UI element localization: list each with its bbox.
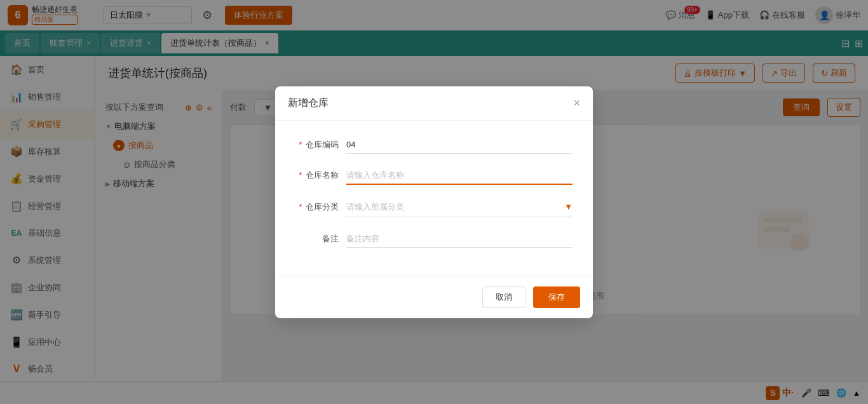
new-warehouse-dialog: 新增仓库 × 仓库编码 仓库名称 仓库分类: [275, 86, 593, 318]
dialog-title: 新增仓库: [288, 97, 329, 110]
code-input[interactable]: [346, 136, 573, 154]
category-select[interactable]: 请输入所属分类 ▼: [346, 198, 573, 217]
form-row-name: 仓库名称: [295, 166, 573, 185]
dialog-body: 仓库编码 仓库名称 仓库分类 请输入所属分类 ▼: [275, 121, 593, 276]
name-label: 仓库名称: [295, 170, 346, 181]
name-input[interactable]: [346, 166, 573, 185]
modal-overlay: 新增仓库 × 仓库编码 仓库名称 仓库分类: [0, 0, 868, 404]
dialog-header: 新增仓库 ×: [275, 86, 593, 121]
code-label: 仓库编码: [295, 139, 346, 151]
note-label: 备注: [295, 233, 346, 245]
category-chevron-icon: ▼: [564, 202, 573, 212]
cancel-button[interactable]: 取消: [482, 286, 526, 308]
dialog-footer: 取消 保存: [275, 276, 593, 318]
form-row-category: 仓库分类 请输入所属分类 ▼: [295, 198, 573, 217]
form-row-note: 备注: [295, 230, 573, 248]
category-placeholder: 请输入所属分类: [346, 201, 404, 213]
save-button[interactable]: 保存: [533, 286, 580, 308]
category-label: 仓库分类: [295, 201, 346, 213]
note-input[interactable]: [346, 230, 573, 248]
form-row-code: 仓库编码: [295, 136, 573, 154]
dialog-close-icon[interactable]: ×: [573, 97, 580, 110]
